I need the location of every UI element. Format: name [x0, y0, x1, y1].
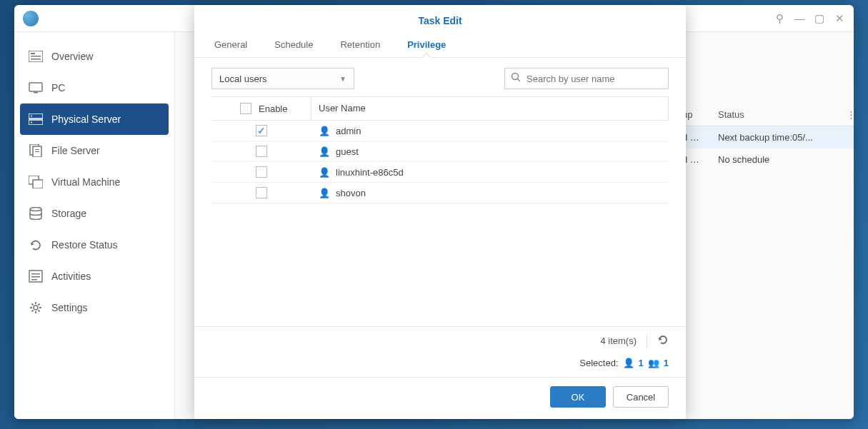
user-icon: 👤 [319, 146, 330, 157]
svg-rect-12 [35, 149, 39, 150]
user-table: Enable User Name 👤admin 👤guest 👤linuxhin… [211, 96, 669, 326]
bg-col-status: Status [711, 104, 839, 126]
svg-point-21 [34, 306, 38, 310]
sidebar-item-file-server[interactable]: File Server [20, 135, 169, 166]
ok-button[interactable]: OK [550, 386, 606, 408]
svg-point-9 [31, 122, 32, 123]
sidebar-item-label: Activities [51, 271, 91, 282]
search-box[interactable] [504, 68, 669, 89]
sidebar-item-label: Settings [51, 302, 88, 313]
enable-checkbox[interactable] [256, 125, 267, 136]
svg-rect-1 [31, 53, 35, 54]
pin-icon[interactable]: ⚲ [774, 12, 785, 25]
search-icon [511, 72, 521, 85]
table-row[interactable]: 👤linuxhint-e86c5d [211, 162, 669, 183]
close-icon[interactable]: ✕ [834, 12, 845, 25]
file-server-icon [29, 144, 43, 157]
user-icon: 👤 [319, 188, 330, 198]
cancel-button[interactable]: Cancel [613, 386, 669, 408]
svg-point-8 [31, 116, 32, 117]
vm-icon [29, 176, 43, 188]
bg-row[interactable]: d up ... No schedule [675, 148, 854, 171]
enable-checkbox[interactable] [256, 146, 267, 157]
svg-rect-20 [31, 279, 37, 281]
chevron-down-icon: ▼ [339, 75, 346, 83]
svg-rect-19 [31, 276, 40, 278]
maximize-icon[interactable]: ▢ [814, 12, 825, 25]
selected-multi-count: 1 [664, 358, 669, 368]
background-table: up Status ⋮ d up ... Next backup time:05… [675, 104, 854, 171]
table-row[interactable]: 👤shovon [211, 183, 669, 203]
select-all-checkbox[interactable] [240, 103, 251, 114]
sidebar-item-label: Storage [51, 208, 86, 219]
sidebar-item-label: Virtual Machine [51, 176, 120, 188]
sidebar-item-overview[interactable]: Overview [20, 41, 169, 72]
svg-rect-4 [29, 83, 42, 91]
col-enable[interactable]: Enable [211, 97, 311, 120]
sidebar-item-storage[interactable]: Storage [20, 198, 169, 229]
minimize-icon[interactable]: — [794, 12, 805, 25]
sidebar-item-label: File Server [51, 145, 100, 156]
table-row[interactable]: 👤admin [211, 121, 669, 141]
tab-retention[interactable]: Retention [337, 35, 383, 57]
svg-rect-13 [35, 151, 39, 152]
activities-icon [29, 270, 43, 283]
task-edit-dialog: Task Edit General Schedule Retention Pri… [194, 5, 686, 419]
svg-rect-5 [34, 92, 38, 94]
dialog-title: Task Edit [194, 5, 686, 35]
tab-privilege[interactable]: Privilege [404, 35, 449, 57]
sidebar-item-label: Restore Status [51, 239, 118, 251]
svg-rect-18 [31, 273, 40, 275]
table-row[interactable]: 👤guest [211, 141, 669, 162]
gear-icon [29, 301, 43, 314]
more-icon[interactable]: ⋮ [839, 104, 854, 126]
app-icon [23, 11, 39, 26]
user-icon: 👤 [319, 126, 330, 136]
svg-rect-15 [33, 180, 43, 188]
refresh-icon[interactable] [647, 334, 669, 348]
search-input[interactable] [527, 74, 662, 84]
user-icon: 👤 [319, 167, 330, 178]
sidebar-item-label: Physical Server [51, 113, 121, 125]
item-count: 4 item(s) [600, 335, 637, 346]
svg-point-22 [512, 74, 519, 80]
sidebar-item-physical-server[interactable]: Physical Server [20, 104, 169, 135]
svg-line-23 [518, 79, 521, 82]
sidebar-item-restore-status[interactable]: Restore Status [20, 229, 169, 261]
user-icon: 👤 [623, 358, 634, 368]
sidebar-item-settings[interactable]: Settings [20, 292, 169, 323]
sidebar-item-virtual-machine[interactable]: Virtual Machine [20, 166, 169, 198]
svg-point-16 [30, 208, 41, 211]
user-group-dropdown[interactable]: Local users ▼ [211, 68, 354, 89]
tabs: General Schedule Retention Privilege [194, 35, 686, 58]
enable-checkbox[interactable] [256, 187, 267, 198]
selected-label: Selected: [579, 358, 618, 368]
sidebar-item-pc[interactable]: PC [20, 72, 169, 104]
selected-single-count: 1 [639, 358, 644, 368]
bg-row[interactable]: d up ... Next backup time:05/... [675, 126, 854, 148]
server-icon [29, 113, 43, 126]
restore-icon [29, 238, 43, 251]
tab-general[interactable]: General [211, 35, 250, 57]
col-username[interactable]: User Name [311, 97, 669, 120]
sidebar: Overview PC Physical Server File Server … [14, 32, 175, 419]
storage-icon [29, 207, 43, 220]
overview-icon [29, 50, 43, 63]
sidebar-item-activities[interactable]: Activities [20, 261, 169, 292]
users-icon: 👥 [648, 358, 659, 368]
enable-checkbox[interactable] [256, 166, 267, 178]
pc-icon [29, 81, 43, 94]
svg-rect-2 [31, 56, 41, 57]
sidebar-item-label: PC [51, 82, 65, 94]
dropdown-value: Local users [219, 74, 266, 84]
svg-rect-3 [31, 59, 41, 60]
sidebar-item-label: Overview [51, 51, 93, 62]
tab-schedule[interactable]: Schedule [271, 35, 316, 57]
